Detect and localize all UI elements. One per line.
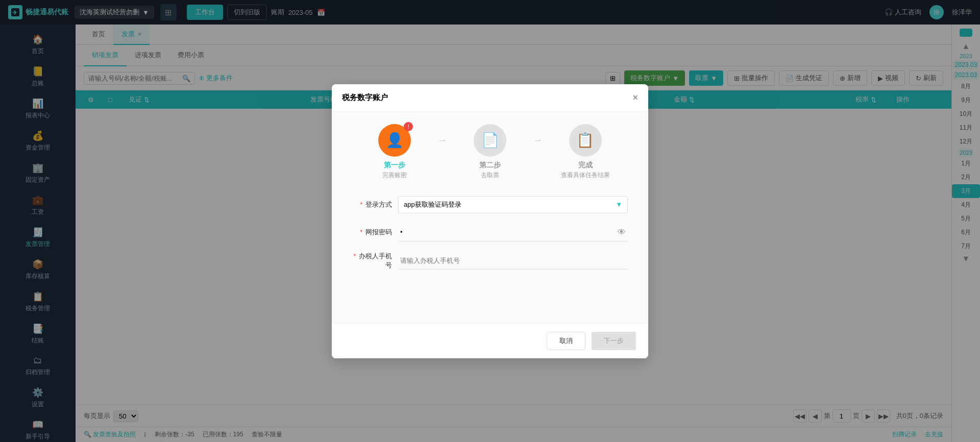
cancel-button[interactable]: 取消 — [547, 332, 585, 350]
modal-spacer — [352, 280, 628, 311]
password-input[interactable] — [398, 224, 628, 241]
step1-desc: 完善账密 — [382, 171, 407, 180]
step1-title: 第一步 — [384, 161, 405, 170]
step-arrow-1: → — [437, 134, 448, 146]
step3-desc: 查看具体任务结果 — [561, 171, 610, 180]
step3-icon: 📋 — [569, 124, 602, 157]
phone-input-wrap — [398, 252, 628, 269]
step-arrow-2: → — [532, 134, 543, 146]
step3-title: 完成 — [578, 161, 593, 170]
step-2: 📄 第二步 去取票 — [448, 124, 533, 180]
step2-title: 第二步 — [479, 161, 501, 170]
modal-overlay: 税务数字账户 × 👤 ! 第一步 完善账密 → — [0, 0, 980, 442]
password-toggle-icon[interactable]: 👁 — [618, 228, 626, 237]
modal-body: 👤 ! 第一步 完善账密 → 📄 第二步 去取票 → — [332, 112, 648, 323]
phone-input[interactable] — [398, 252, 628, 269]
phone-label: 办税人手机号 — [352, 252, 398, 270]
modal-close-button[interactable]: × — [632, 92, 638, 103]
login-method-row: 登录方式 app获取验证码登录 ▼ — [352, 196, 628, 213]
steps-container: 👤 ! 第一步 完善账密 → 📄 第二步 去取票 → — [352, 124, 628, 180]
step1-icon: 👤 ! — [378, 124, 411, 157]
password-input-wrap: 👁 — [398, 224, 628, 241]
login-method-label: 登录方式 — [352, 200, 398, 209]
step-3: 📋 完成 查看具体任务结果 — [543, 124, 628, 180]
step2-desc: 去取票 — [481, 171, 499, 180]
tax-account-modal: 税务数字账户 × 👤 ! 第一步 完善账密 → — [332, 84, 648, 358]
select-chevron-icon: ▼ — [616, 201, 622, 208]
phone-row: 办税人手机号 — [352, 252, 628, 270]
password-row: 网报密码 👁 — [352, 224, 628, 241]
modal-form: 登录方式 app获取验证码登录 ▼ 网报密码 👁 — [352, 196, 628, 270]
login-method-select[interactable]: app获取验证码登录 ▼ — [398, 196, 628, 213]
modal-title: 税务数字账户 — [342, 93, 388, 103]
step1-badge: ! — [404, 122, 413, 131]
step-1: 👤 ! 第一步 完善账密 — [352, 124, 437, 180]
next-step-button[interactable]: 下一步 — [592, 332, 636, 350]
password-label: 网报密码 — [352, 228, 398, 237]
step2-icon: 📄 — [474, 124, 506, 157]
modal-header: 税务数字账户 × — [332, 84, 648, 112]
modal-footer: 取消 下一步 — [332, 323, 648, 358]
